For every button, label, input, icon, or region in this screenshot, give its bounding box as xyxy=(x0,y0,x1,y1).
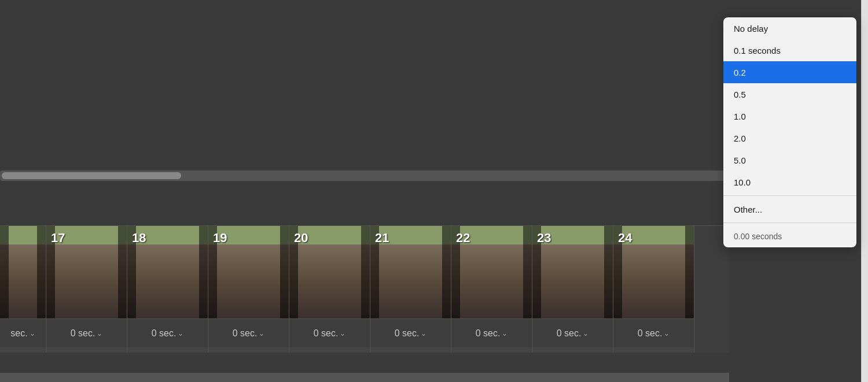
frame-item: 200 sec.⌄ xyxy=(289,226,370,353)
scrollbar-thumb[interactable] xyxy=(2,172,181,179)
frame-duration[interactable]: 0 sec.⌄ xyxy=(46,318,127,347)
duration-text: 0 sec. xyxy=(314,328,339,339)
frame-number: 18 xyxy=(132,231,146,246)
dropdown-item-2.0[interactable]: 2.0 xyxy=(723,127,856,149)
thumb-bg xyxy=(0,226,46,318)
dropdown-current-value: 0.00 seconds xyxy=(723,225,856,247)
chevron-down-icon: ⌄ xyxy=(583,329,589,338)
frame-item: 180 sec.⌄ xyxy=(127,226,208,353)
frame-thumbnail: 17 xyxy=(46,226,127,318)
frame-duration[interactable]: sec.⌄ xyxy=(0,318,46,347)
dropdown-item-0.5[interactable]: 0.5 xyxy=(723,83,856,105)
dropdown-item-1.0[interactable]: 1.0 xyxy=(723,105,856,127)
frame-thumbnail xyxy=(0,226,46,318)
duration-text: 0 sec. xyxy=(152,328,176,339)
frame-duration[interactable]: 0 sec.⌄ xyxy=(532,318,613,347)
frame-item: 210 sec.⌄ xyxy=(370,226,451,353)
dropdown-item-10.0[interactable]: 10.0 xyxy=(723,171,856,193)
frame-number: 19 xyxy=(213,231,227,246)
frame-thumbnail: 18 xyxy=(127,226,208,318)
scrollbar-track[interactable] xyxy=(0,170,729,181)
dropdown-bottom-divider xyxy=(723,222,856,223)
frame-number: 24 xyxy=(618,231,632,246)
main-area: sec.⌄170 sec.⌄180 sec.⌄190 sec.⌄200 sec.… xyxy=(0,0,729,382)
chevron-down-icon: ⌄ xyxy=(421,329,426,338)
frame-thumbnail: 21 xyxy=(370,226,451,318)
frame-item: sec.⌄ xyxy=(0,226,46,353)
dropdown-divider xyxy=(723,195,856,196)
dropdown-item-5.0[interactable]: 5.0 xyxy=(723,149,856,171)
frame-thumbnail: 22 xyxy=(451,226,532,318)
duration-text: 0 sec. xyxy=(395,328,420,339)
right-scrollbar[interactable] xyxy=(861,0,868,382)
frame-duration[interactable]: 0 sec.⌄ xyxy=(289,318,370,347)
frame-duration[interactable]: 0 sec.⌄ xyxy=(613,318,694,347)
chevron-down-icon: ⌄ xyxy=(30,329,35,338)
frame-number: 22 xyxy=(456,231,470,246)
frame-item: 170 sec.⌄ xyxy=(46,226,127,353)
frame-item: 190 sec.⌄ xyxy=(208,226,289,353)
frame-thumbnail: 19 xyxy=(208,226,289,318)
frame-item: 240 sec.⌄ xyxy=(613,226,694,353)
duration-text: 0 sec. xyxy=(233,328,258,339)
frame-thumbnail: 23 xyxy=(532,226,613,318)
chevron-down-icon: ⌄ xyxy=(97,329,102,338)
frame-item: 220 sec.⌄ xyxy=(451,226,532,353)
frame-duration[interactable]: 0 sec.⌄ xyxy=(451,318,532,347)
frame-duration[interactable]: 0 sec.⌄ xyxy=(127,318,208,347)
frame-number: 21 xyxy=(375,231,389,246)
chevron-down-icon: ⌄ xyxy=(259,329,264,338)
frame-number: 20 xyxy=(294,231,308,246)
delay-dropdown-menu: No delay0.1 seconds0.20.51.02.05.010.0Ot… xyxy=(723,17,856,247)
dropdown-item-0.1[interactable]: 0.1 seconds xyxy=(723,39,856,61)
chevron-down-icon: ⌄ xyxy=(502,329,507,338)
chevron-down-icon: ⌄ xyxy=(178,329,183,338)
chevron-down-icon: ⌄ xyxy=(340,329,345,338)
dropdown-item-no_delay[interactable]: No delay xyxy=(723,17,856,39)
chevron-down-icon: ⌄ xyxy=(664,329,670,338)
duration-text: sec. xyxy=(10,328,27,339)
frame-thumbnail: 24 xyxy=(613,226,694,318)
frame-number: 23 xyxy=(537,231,551,246)
dropdown-item-0.2[interactable]: 0.2 xyxy=(723,61,856,83)
duration-text: 0 sec. xyxy=(71,328,95,339)
duration-text: 0 sec. xyxy=(557,328,582,339)
timeline-strip: sec.⌄170 sec.⌄180 sec.⌄190 sec.⌄200 sec.… xyxy=(0,225,729,353)
frame-duration[interactable]: 0 sec.⌄ xyxy=(370,318,451,347)
duration-text: 0 sec. xyxy=(476,328,501,339)
dropdown-item-other[interactable]: Other... xyxy=(723,198,856,220)
duration-text: 0 sec. xyxy=(638,328,663,339)
bottom-scrollbar[interactable] xyxy=(0,373,729,382)
frame-number: 17 xyxy=(51,231,65,246)
frame-duration[interactable]: 0 sec.⌄ xyxy=(208,318,289,347)
frame-item: 230 sec.⌄ xyxy=(532,226,613,353)
frame-thumbnail: 20 xyxy=(289,226,370,318)
